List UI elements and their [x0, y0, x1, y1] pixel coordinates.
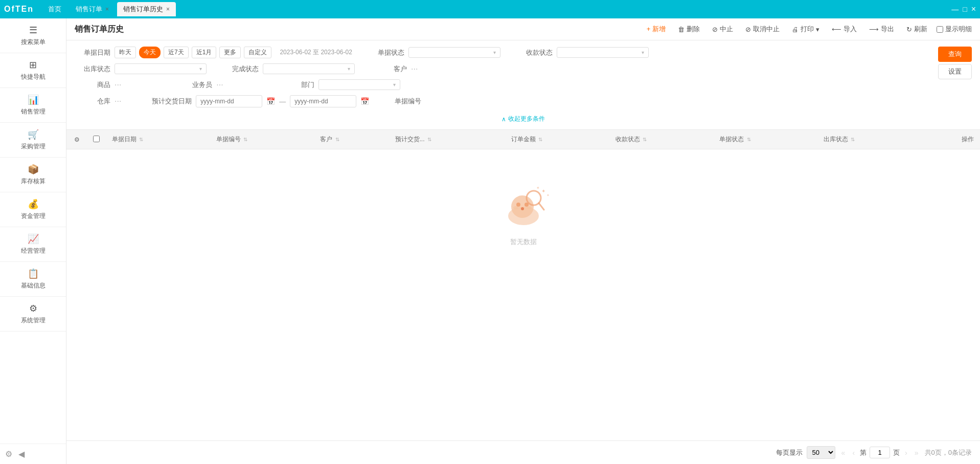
sidebar-item-quick-nav-label: 快捷导航: [21, 73, 45, 81]
sidebar-item-system-label: 系统管理: [21, 316, 45, 325]
cancel-stop-button[interactable]: ⊘ 取消中止: [742, 23, 783, 36]
empty-text: 暂无数据: [510, 237, 537, 247]
operations-icon: 📈: [28, 233, 39, 245]
date-btn-yesterday[interactable]: 昨天: [115, 47, 136, 58]
collapse-filter-button[interactable]: ∧ 收起更多条件: [75, 115, 972, 123]
sidebar-item-operations-label: 经营管理: [21, 247, 45, 255]
sidebar-item-operations[interactable]: 📈 经营管理: [0, 227, 66, 262]
table-body: ✦ ✦ ✦ 暂无数据: [66, 149, 980, 278]
page-size-select[interactable]: 10 20 50 100: [807, 446, 835, 459]
th-out-status[interactable]: 出库状态 ⇅: [817, 130, 922, 149]
print-arrow-icon: ▾: [816, 26, 819, 33]
purchase-icon: 🛒: [28, 129, 39, 140]
dept-select[interactable]: ▾: [318, 79, 400, 90]
svg-text:✦: ✦: [541, 188, 545, 194]
settings-icon[interactable]: ⚙: [74, 136, 80, 143]
th-customer[interactable]: 客户 ⇅: [314, 130, 389, 149]
th-checkbox[interactable]: [87, 130, 106, 149]
svg-line-8: [539, 203, 544, 210]
tab-home[interactable]: 首页: [42, 2, 67, 16]
next-page-button[interactable]: ›: [903, 448, 909, 458]
close-button[interactable]: ×: [971, 5, 976, 14]
filter-left-cols: 单据日期 昨天 今天 近7天 近1月 更多 自定义 2023-06-02 至 2…: [75, 47, 926, 113]
th-doc-status[interactable]: 单据状态 ⇅: [713, 130, 817, 149]
tab-sales-order-history-close[interactable]: ×: [166, 6, 170, 13]
select-all-checkbox[interactable]: [93, 136, 100, 142]
sidebar-item-sales[interactable]: 📊 销售管理: [0, 88, 66, 123]
export-icon: ⟶: [869, 26, 879, 33]
warehouse-dots[interactable]: ···: [115, 97, 121, 106]
sidebar-item-basic-info[interactable]: 📋 基础信息: [0, 262, 66, 297]
payment-status-select[interactable]: ▾: [557, 47, 649, 58]
th-doc-no[interactable]: 单据编号 ⇅: [210, 130, 314, 149]
stop-icon: ⊘: [712, 26, 718, 33]
display-detail-toggle[interactable]: 显示明细: [937, 25, 972, 34]
refresh-button[interactable]: ↻ 刷新: [903, 23, 930, 36]
import-button[interactable]: ⟵ 导入: [829, 23, 860, 36]
table-header-row: ⚙ 单据日期 ⇅ 单据编号 ⇅: [66, 130, 980, 149]
calendar-start-icon[interactable]: 📅: [266, 97, 275, 105]
date-btn-more[interactable]: 更多: [219, 47, 241, 58]
minimize-button[interactable]: —: [951, 5, 959, 13]
print-button[interactable]: 🖨 打印 ▾: [789, 23, 823, 36]
date-btn-today[interactable]: 今天: [139, 47, 161, 58]
sidebar-item-inventory[interactable]: 📦 库存核算: [0, 158, 66, 192]
th-doc-date[interactable]: 单据日期 ⇅: [106, 130, 210, 149]
th-settings[interactable]: ⚙: [66, 130, 87, 149]
th-order-amount[interactable]: 订单金额 ⇅: [505, 130, 609, 149]
complete-status-select[interactable]: ▾: [263, 63, 355, 74]
sort-doc-no-icon: ⇅: [243, 137, 247, 142]
prev-page-button[interactable]: ‹: [850, 448, 857, 458]
page-number-input[interactable]: [870, 447, 890, 458]
sidebar-item-purchase[interactable]: 🛒 采购管理: [0, 123, 66, 158]
delivery-date-label: 预计交货日期: [146, 97, 192, 106]
setting-button[interactable]: 设置: [938, 64, 972, 79]
date-btn-custom[interactable]: 自定义: [244, 47, 271, 58]
th-payment-status[interactable]: 收款状态 ⇅: [609, 130, 714, 149]
delivery-date-end[interactable]: [290, 95, 356, 107]
doc-status-arrow-icon: ▾: [493, 50, 496, 55]
filter-action-buttons: 查询 设置: [932, 47, 972, 79]
tab-sales-order[interactable]: 销售订单 ×: [70, 2, 115, 16]
tab-sales-order-history-label: 销售订单历史: [123, 5, 163, 14]
first-page-button[interactable]: «: [839, 448, 848, 458]
export-button[interactable]: ⟶ 导出: [866, 23, 897, 36]
sidebar-settings-icon[interactable]: ⚙: [5, 449, 12, 459]
sidebar-item-quick-nav[interactable]: ⊞ 快捷导航: [0, 53, 66, 88]
sidebar-item-search[interactable]: ☰ 搜索菜单: [0, 18, 66, 53]
date-separator: —: [279, 98, 286, 105]
maximize-button[interactable]: □: [963, 5, 967, 13]
svg-point-2: [516, 203, 520, 207]
query-button[interactable]: 查询: [938, 47, 972, 62]
data-table: ⚙ 单据日期 ⇅ 单据编号 ⇅: [66, 130, 980, 277]
stop-button[interactable]: ⊘ 中止: [709, 23, 736, 36]
cancel-stop-icon: ⊘: [745, 26, 751, 33]
sidebar-item-system[interactable]: ⚙ 系统管理: [0, 297, 66, 332]
customer-dots[interactable]: ···: [411, 64, 418, 74]
last-page-button[interactable]: »: [913, 448, 921, 458]
date-btn-7days[interactable]: 近7天: [164, 47, 189, 58]
sidebar-item-finance[interactable]: 💰 资金管理: [0, 192, 66, 227]
payment-status-arrow-icon: ▾: [642, 50, 644, 55]
svg-text:✦: ✦: [536, 186, 540, 190]
sidebar: ☰ 搜索菜单 ⊞ 快捷导航 📊 销售管理 🛒 采购管理 📦 库存核算 💰 资金管…: [0, 18, 66, 464]
salesperson-dots[interactable]: ···: [216, 80, 223, 90]
delete-button[interactable]: 🗑 删除: [675, 23, 703, 36]
import-icon: ⟵: [832, 26, 841, 33]
calendar-end-icon[interactable]: 📅: [360, 97, 369, 105]
tab-sales-order-history[interactable]: 销售订单历史 ×: [117, 2, 176, 16]
out-status-select[interactable]: ▾: [115, 63, 207, 74]
date-btn-1month[interactable]: 近1月: [192, 47, 217, 58]
goods-dots[interactable]: ···: [115, 80, 121, 90]
tab-sales-order-close[interactable]: ×: [105, 6, 109, 13]
delivery-date-start[interactable]: [196, 95, 262, 107]
new-button[interactable]: + 新增: [644, 23, 669, 36]
salesperson-label: 业务员: [176, 80, 212, 90]
quick-nav-icon: ⊞: [29, 59, 37, 71]
display-detail-checkbox[interactable]: [937, 26, 943, 33]
sidebar-bottom: ⚙ ◀: [0, 444, 66, 464]
sidebar-collapse-icon[interactable]: ◀: [18, 449, 25, 459]
doc-status-select[interactable]: ▾: [408, 47, 500, 58]
th-delivery-date[interactable]: 预计交货... ⇅: [389, 130, 506, 149]
sort-doc-date-icon: ⇅: [139, 137, 143, 142]
